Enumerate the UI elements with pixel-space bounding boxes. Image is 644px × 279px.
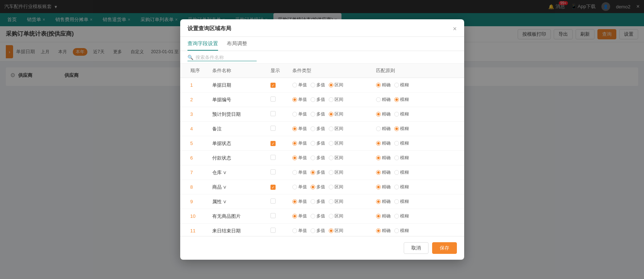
display-checkbox[interactable] xyxy=(270,111,276,116)
radio-exact[interactable]: 精确 xyxy=(376,111,391,117)
display-checkbox[interactable] xyxy=(270,83,276,88)
radio-range[interactable]: 区间 xyxy=(329,140,343,146)
radio-dot-exact[interactable] xyxy=(376,141,381,146)
radio-fuzzy[interactable]: 模糊 xyxy=(394,228,409,234)
display-checkbox[interactable] xyxy=(270,169,276,174)
radio-dot-multi[interactable] xyxy=(311,228,315,233)
dialog-tab-layout[interactable]: 布局调整 xyxy=(227,37,247,51)
radio-multi[interactable]: 多值 xyxy=(311,169,325,176)
radio-exact[interactable]: 精确 xyxy=(376,97,391,103)
radio-exact[interactable]: 精确 xyxy=(376,228,391,234)
radio-range[interactable]: 区间 xyxy=(329,82,343,88)
radio-dot-exact[interactable] xyxy=(376,97,381,102)
radio-dot-multi[interactable] xyxy=(311,170,315,175)
radio-dot-multi[interactable] xyxy=(311,185,315,189)
cell-display[interactable] xyxy=(268,210,289,222)
radio-dot-range[interactable] xyxy=(329,199,333,204)
radio-dot-multi[interactable] xyxy=(311,112,315,117)
radio-range[interactable]: 区间 xyxy=(329,126,343,132)
radio-dot-single[interactable] xyxy=(292,83,297,87)
radio-multi[interactable]: 多值 xyxy=(311,155,325,161)
radio-dot-range[interactable] xyxy=(329,185,333,189)
radio-single[interactable]: 单值 xyxy=(292,213,307,219)
radio-range[interactable]: 区间 xyxy=(329,111,343,117)
radio-exact[interactable]: 精确 xyxy=(376,199,391,205)
radio-dot-fuzzy[interactable] xyxy=(394,170,399,175)
radio-multi[interactable]: 多值 xyxy=(311,82,325,88)
radio-dot-fuzzy[interactable] xyxy=(394,185,399,189)
radio-exact[interactable]: 精确 xyxy=(376,184,391,190)
radio-single[interactable]: 单值 xyxy=(292,184,307,190)
cell-display[interactable] xyxy=(268,166,289,178)
radio-dot-range[interactable] xyxy=(329,112,333,117)
radio-single[interactable]: 单值 xyxy=(292,199,307,205)
radio-dot-multi[interactable] xyxy=(311,214,315,219)
radio-dot-single[interactable] xyxy=(292,141,297,146)
radio-fuzzy[interactable]: 模糊 xyxy=(394,126,409,132)
search-input[interactable] xyxy=(195,55,257,60)
radio-dot-single[interactable] xyxy=(292,170,297,175)
radio-fuzzy[interactable]: 模糊 xyxy=(394,169,409,176)
radio-dot-exact[interactable] xyxy=(376,156,381,160)
save-button[interactable]: 保存 xyxy=(432,242,457,254)
cell-display[interactable] xyxy=(268,138,289,149)
radio-range[interactable]: 区间 xyxy=(329,184,343,190)
radio-fuzzy[interactable]: 模糊 xyxy=(394,213,409,219)
radio-exact[interactable]: 精确 xyxy=(376,155,391,161)
radio-range[interactable]: 区间 xyxy=(329,213,343,219)
radio-dot-fuzzy[interactable] xyxy=(394,126,399,131)
radio-dot-range[interactable] xyxy=(329,170,333,175)
radio-multi[interactable]: 多值 xyxy=(311,184,325,190)
radio-dot-exact[interactable] xyxy=(376,228,381,233)
radio-fuzzy[interactable]: 模糊 xyxy=(394,184,409,190)
radio-dot-fuzzy[interactable] xyxy=(394,199,399,204)
radio-single[interactable]: 单值 xyxy=(292,169,307,176)
radio-multi[interactable]: 多值 xyxy=(311,140,325,146)
radio-exact[interactable]: 精确 xyxy=(376,82,391,88)
radio-range[interactable]: 区间 xyxy=(329,97,343,103)
cancel-button[interactable]: 取消 xyxy=(404,242,428,254)
radio-dot-single[interactable] xyxy=(292,185,297,189)
display-checkbox[interactable] xyxy=(270,199,276,204)
radio-range[interactable]: 区间 xyxy=(329,228,343,234)
radio-exact[interactable]: 精确 xyxy=(376,140,391,146)
radio-exact[interactable]: 精确 xyxy=(376,169,391,176)
display-checkbox[interactable] xyxy=(270,213,276,218)
radio-dot-exact[interactable] xyxy=(376,170,381,175)
display-checkbox[interactable] xyxy=(270,155,276,160)
cell-display[interactable] xyxy=(268,225,289,236)
radio-dot-exact[interactable] xyxy=(376,214,381,219)
radio-single[interactable]: 单值 xyxy=(292,155,307,161)
radio-dot-fuzzy[interactable] xyxy=(394,214,399,219)
radio-dot-range[interactable] xyxy=(329,126,333,131)
radio-dot-range[interactable] xyxy=(329,141,333,146)
display-checkbox[interactable] xyxy=(270,185,276,190)
radio-single[interactable]: 单值 xyxy=(292,228,307,234)
radio-multi[interactable]: 多值 xyxy=(311,228,325,234)
radio-single[interactable]: 单值 xyxy=(292,82,307,88)
radio-dot-exact[interactable] xyxy=(376,112,381,117)
radio-dot-multi[interactable] xyxy=(311,156,315,160)
radio-dot-range[interactable] xyxy=(329,228,333,233)
radio-dot-fuzzy[interactable] xyxy=(394,141,399,146)
radio-fuzzy[interactable]: 模糊 xyxy=(394,199,409,205)
radio-multi[interactable]: 多值 xyxy=(311,126,325,132)
radio-dot-multi[interactable] xyxy=(311,97,315,102)
radio-dot-single[interactable] xyxy=(292,112,297,117)
radio-dot-range[interactable] xyxy=(329,83,333,87)
radio-dot-multi[interactable] xyxy=(311,126,315,131)
radio-dot-single[interactable] xyxy=(292,199,297,204)
radio-dot-single[interactable] xyxy=(292,156,297,160)
radio-exact[interactable]: 精确 xyxy=(376,213,391,219)
radio-dot-single[interactable] xyxy=(292,126,297,131)
radio-dot-multi[interactable] xyxy=(311,141,315,146)
radio-dot-fuzzy[interactable] xyxy=(394,228,399,233)
display-checkbox[interactable] xyxy=(270,228,276,233)
radio-dot-single[interactable] xyxy=(292,97,297,102)
radio-dot-range[interactable] xyxy=(329,214,333,219)
radio-range[interactable]: 区间 xyxy=(329,199,343,205)
cell-display[interactable] xyxy=(268,79,289,91)
radio-dot-fuzzy[interactable] xyxy=(394,97,399,102)
radio-dot-fuzzy[interactable] xyxy=(394,156,399,160)
radio-range[interactable]: 区间 xyxy=(329,155,343,161)
